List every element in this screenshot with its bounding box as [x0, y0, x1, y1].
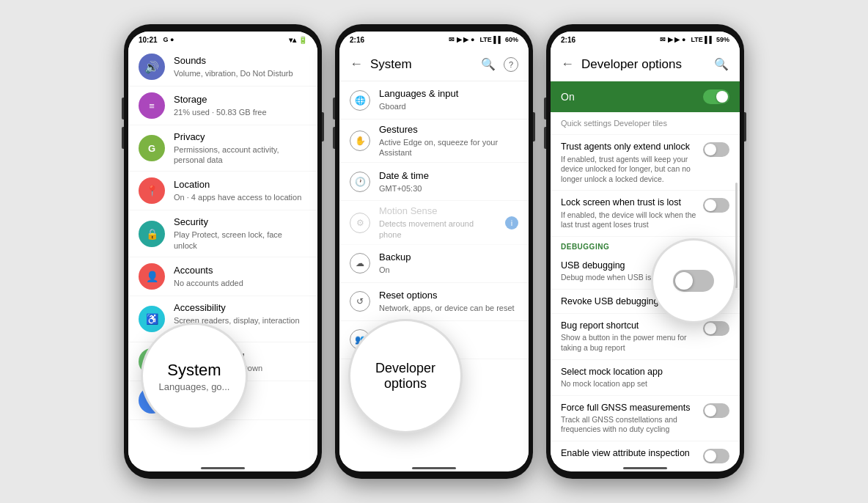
list-item[interactable]: ✋ Gestures Active Edge on, squeeze for y… — [339, 120, 529, 163]
vol-down-button-2[interactable] — [333, 127, 335, 149]
security-subtitle: Play Protect, screen lock, face unlock — [174, 230, 307, 251]
security-title: Security — [174, 216, 307, 229]
vol-up-button[interactable] — [122, 98, 124, 120]
languages-subtitle: Gboard — [379, 101, 518, 111]
gnss-toggle[interactable] — [703, 403, 729, 418]
languages-icon: 🌐 — [350, 90, 370, 111]
list-item[interactable]: Trust agents only extend unlock If enabl… — [551, 135, 740, 191]
datetime-subtitle: GMT+05:30 — [379, 183, 518, 194]
reset-icon: ↺ — [350, 291, 370, 312]
lock-screen-subtitle: If enabled, the device will lock when th… — [561, 210, 697, 230]
home-bar-1 — [128, 464, 317, 471]
time-2: 2:16 — [350, 36, 364, 44]
location-subtitle: On · 4 apps have access to location — [174, 192, 307, 202]
accounts-text: Accounts No accounts added — [174, 265, 307, 288]
privacy-text: Privacy Permissions, account activity, p… — [174, 131, 307, 165]
usb-toggle-large-control[interactable] — [673, 270, 714, 292]
magnifier-circle-3 — [653, 241, 734, 321]
phone-3-screen: 2:16 ✉ ▶ ▶ ● LTE ▌▌ 59% ← Developer opti… — [551, 32, 740, 471]
gestures-icon: ✋ — [350, 131, 370, 151]
privacy-subtitle: Permissions, account activity, personal … — [174, 144, 307, 166]
mock-location-text: Select mock location app No mock locatio… — [561, 366, 729, 389]
trust-agents-toggle[interactable] — [703, 142, 729, 157]
phone-1: 10:21 G ● ▾▴ 🔋 🔊 Sounds Volume, vibratio… — [124, 24, 322, 479]
accounts-title: Accounts — [174, 265, 307, 277]
lock-screen-toggle[interactable] — [703, 198, 729, 213]
usb-toggle-large[interactable] — [673, 270, 714, 292]
page-title-3: Developer options — [581, 57, 706, 72]
trust-agents-toggle-wrapper — [703, 142, 729, 157]
time-1: 10:21 — [139, 36, 158, 44]
list-item[interactable]: Quick settings Developer tiles — [551, 112, 740, 135]
magnifier-small-1: Languages, go... — [159, 381, 230, 392]
msg-icon-2: ✉ ▶ ▶ ● — [449, 36, 474, 43]
developer-options-toggle[interactable] — [703, 89, 729, 104]
status-icons-3: ✉ ▶ ▶ ● LTE ▌▌ 59% — [660, 36, 729, 43]
power-button-3[interactable] — [744, 112, 746, 142]
list-item[interactable]: 🕐 Date & time GMT+05:30 — [339, 163, 529, 201]
vol-up-button-3[interactable] — [544, 98, 546, 120]
list-item[interactable]: 🔊 Sounds Volume, vibration, Do Not Distu… — [128, 48, 317, 87]
list-item[interactable]: G Privacy Permissions, account activity,… — [128, 125, 317, 172]
reset-subtitle: Network, apps, or device can be reset — [379, 303, 518, 313]
list-item[interactable]: ⚙ Motion Sense Detects movement around p… — [339, 201, 529, 244]
bug-report-toggle[interactable] — [703, 321, 729, 336]
list-item[interactable]: 📍 Location On · 4 apps have access to lo… — [128, 172, 317, 210]
phone-3: 2:16 ✉ ▶ ▶ ● LTE ▌▌ 59% ← Developer opti… — [546, 24, 744, 479]
list-item[interactable]: Lock screen when trust is lost If enable… — [551, 191, 740, 237]
motion-title: Motion Sense — [379, 205, 496, 218]
lock-screen-trust-text: Lock screen when trust is lost If enable… — [561, 197, 697, 230]
power-button-2[interactable] — [533, 112, 535, 142]
list-item[interactable]: Enable view attribute inspection — [551, 441, 740, 464]
vol-up-button-2[interactable] — [333, 98, 335, 120]
power-button[interactable] — [322, 112, 324, 142]
search-icon-2[interactable]: 🔍 — [480, 56, 496, 73]
storage-title: Storage — [174, 94, 307, 106]
list-item[interactable]: 👤 Accounts No accounts added — [128, 257, 317, 296]
list-item[interactable]: Bug report shortcut Show a button in the… — [551, 314, 740, 360]
list-item[interactable]: ↺ Reset options Network, apps, or device… — [339, 283, 529, 321]
back-button-3[interactable]: ← — [561, 56, 574, 72]
location-text: Location On · 4 apps have access to loca… — [174, 179, 307, 202]
phone-2: 2:16 ✉ ▶ ▶ ● LTE ▌▌ 60% ← System 🔍 ? 🌐 L… — [335, 24, 533, 479]
home-bar-2 — [339, 464, 529, 471]
home-bar-line-3 — [623, 467, 667, 469]
battery-2: 60% — [505, 36, 518, 43]
bug-report-subtitle: Show a button in the power menu for taki… — [561, 333, 697, 353]
top-bar-3: ← Developer options 🔍 — [551, 48, 740, 81]
magnifier-text-2: Developer options — [350, 353, 460, 399]
magnifier-big-2: Developer options — [358, 361, 453, 392]
languages-title: Languages & input — [379, 88, 518, 100]
bug-report-title: Bug report shortcut — [561, 320, 697, 331]
trust-agents-title: Trust agents only extend unlock — [561, 141, 697, 153]
view-attribute-text: Enable view attribute inspection — [561, 447, 697, 459]
location-title: Location — [174, 179, 307, 191]
vol-down-button-3[interactable] — [544, 127, 546, 149]
languages-text: Languages & input Gboard — [379, 88, 518, 111]
search-icon-3[interactable]: 🔍 — [713, 56, 729, 73]
datetime-icon: 🕐 — [350, 172, 370, 192]
phone-2-screen: 2:16 ✉ ▶ ▶ ● LTE ▌▌ 60% ← System 🔍 ? 🌐 L… — [339, 32, 529, 471]
list-item[interactable]: 🌐 Languages & input Gboard — [339, 81, 529, 120]
vol-down-button[interactable] — [122, 127, 124, 149]
storage-text: Storage 21% used · 50.83 GB free — [174, 94, 307, 117]
magnifier-circle-1: System Languages, go... — [143, 325, 246, 427]
backup-icon: ☁ — [350, 253, 370, 273]
motion-text: Motion Sense Detects movement around pho… — [379, 205, 496, 239]
trust-agents-text: Trust agents only extend unlock If enabl… — [561, 141, 697, 184]
list-item[interactable]: 🔒 Security Play Protect, screen lock, fa… — [128, 210, 317, 257]
security-icon: 🔒 — [139, 221, 165, 247]
help-icon-2[interactable]: ? — [504, 57, 518, 72]
mock-location-title: Select mock location app — [561, 366, 729, 378]
list-item[interactable]: ☁ Backup On — [339, 245, 529, 283]
motion-subtitle: Detects movement around phone — [379, 219, 496, 240]
list-item[interactable]: Force full GNSS measurements Track all G… — [551, 396, 740, 442]
reset-title: Reset options — [379, 290, 518, 302]
page-title-2: System — [370, 57, 473, 72]
back-button-2[interactable]: ← — [350, 56, 363, 72]
list-item[interactable]: Select mock location app No mock locatio… — [551, 360, 740, 396]
datetime-title: Date & time — [379, 170, 518, 183]
view-attribute-toggle[interactable] — [703, 449, 729, 463]
sounds-icon: 🔊 — [139, 54, 165, 80]
list-item[interactable]: ≡ Storage 21% used · 50.83 GB free — [128, 87, 317, 125]
